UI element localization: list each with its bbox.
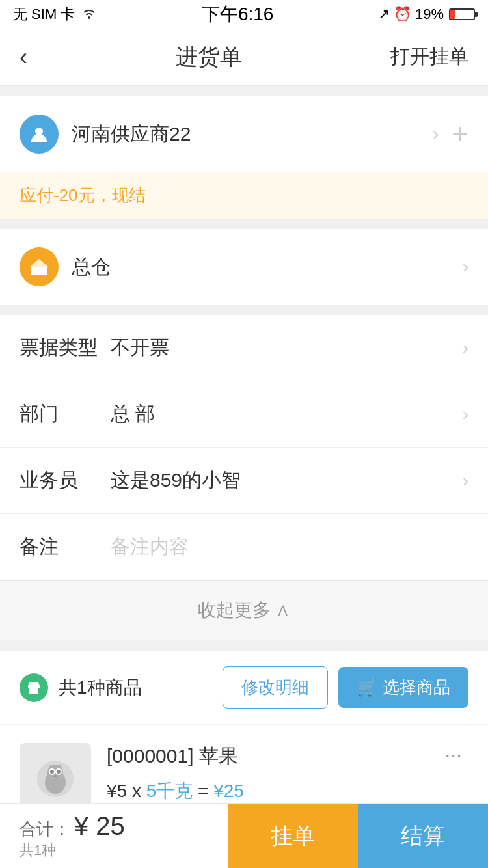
warehouse-icon [20, 247, 59, 286]
warehouse-name: 总仓 [72, 254, 456, 280]
gap-1 [0, 86, 488, 96]
status-right: ↗ ⏰ 19% [378, 6, 475, 23]
svg-marker-2 [30, 259, 48, 267]
invoice-type-value: 不开票 [98, 334, 463, 361]
select-product-icon: 🛒 [357, 677, 377, 698]
svg-point-8 [50, 770, 54, 774]
product-price: ¥5 x 5千克 = ¥25 [107, 779, 438, 804]
back-button[interactable]: ‹ [20, 44, 27, 71]
footer-total-area: 合计： ¥ 25 共1种 [0, 811, 228, 860]
battery-percent: 19% [415, 6, 444, 23]
page-title: 进货单 [176, 42, 242, 72]
invoice-type-chevron: › [463, 338, 468, 359]
add-supplier-button[interactable]: + [452, 118, 468, 150]
wifi-icon [81, 6, 97, 23]
select-product-button[interactable]: 🛒 选择商品 [338, 667, 468, 708]
product-total: ¥25 [213, 781, 244, 801]
svg-rect-1 [31, 267, 47, 275]
footer-total-label: 合计： [20, 818, 70, 841]
footer: 合计： ¥ 25 共1种 挂单 结算 [0, 803, 488, 868]
invoice-type-row[interactable]: 票据类型 不开票 › [0, 315, 488, 381]
warehouse-info: 总仓 [72, 254, 456, 280]
products-count-area: 共1种商品 [20, 673, 223, 702]
supplier-chevron: › [433, 124, 439, 144]
product-qty: 5千克 [146, 781, 193, 801]
product-more-button[interactable]: ··· [438, 743, 468, 767]
department-value: 总 部 [98, 401, 463, 427]
select-product-label: 选择商品 [383, 676, 450, 699]
product-title: 苹果 [199, 745, 238, 766]
department-label: 部门 [20, 401, 98, 427]
remarks-row[interactable]: 备注 备注内容 [0, 514, 488, 580]
status-bar: 无 SIM 卡 下午6:16 ↗ ⏰ 19% [0, 0, 488, 29]
svg-point-9 [57, 770, 61, 774]
open-pending-button[interactable]: 打开挂单 [390, 44, 468, 70]
salesman-value: 这是859的小智 [98, 467, 463, 494]
supplier-section: 河南供应商22 › + 应付-20元，现结 [0, 96, 488, 219]
footer-total-sub: 共1种 [20, 841, 208, 860]
invoice-type-label: 票据类型 [20, 334, 98, 361]
fields-section: 票据类型 不开票 › 部门 总 部 › 业务员 这是859的小智 › 备注 备注… [0, 315, 488, 580]
collapse-row[interactable]: 收起更多 ∧ [0, 580, 488, 640]
product-name: [0000001] 苹果 [107, 743, 438, 770]
remarks-label: 备注 [20, 534, 98, 560]
remarks-input[interactable]: 备注内容 [98, 534, 468, 560]
gap-3 [0, 305, 488, 315]
product-unit-price: ¥5 x [107, 781, 146, 801]
products-icon [20, 673, 48, 702]
footer-total-amount: ¥ 25 [74, 811, 125, 841]
products-count-label: 共1种商品 [59, 675, 142, 700]
supplier-info: 河南供应商22 [72, 121, 426, 148]
product-info: [0000001] 苹果 ¥5 x 5千克 = ¥25 [107, 743, 438, 804]
location-icon: ↗ [378, 6, 390, 23]
status-left: 无 SIM 卡 [13, 5, 97, 24]
product-id: [0000001] [107, 745, 199, 766]
warehouse-chevron: › [463, 256, 468, 277]
gap-2 [0, 219, 488, 229]
nav-bar: ‹ 进货单 打开挂单 [0, 29, 488, 86]
department-row[interactable]: 部门 总 部 › [0, 381, 488, 448]
alarm-icon: ⏰ [394, 6, 411, 23]
supplier-row[interactable]: 河南供应商22 › + [0, 96, 488, 172]
battery-icon [449, 8, 475, 20]
status-time: 下午6:16 [202, 2, 274, 27]
department-chevron: › [463, 404, 468, 425]
gap-4 [0, 640, 488, 651]
supplier-name: 河南供应商22 [72, 121, 426, 148]
salesman-chevron: › [463, 470, 468, 491]
settle-button[interactable]: 结算 [358, 804, 488, 868]
edit-detail-button[interactable]: 修改明细 [223, 666, 328, 709]
product-equals: = [198, 781, 213, 801]
salesman-row[interactable]: 业务员 这是859的小智 › [0, 448, 488, 514]
supplier-notice: 应付-20元，现结 [0, 172, 488, 219]
carrier-text: 无 SIM 卡 [13, 5, 75, 24]
salesman-label: 业务员 [20, 467, 98, 494]
product-default-icon [36, 759, 75, 798]
warehouse-row[interactable]: 总仓 › [0, 229, 488, 305]
pend-button[interactable]: 挂单 [228, 804, 358, 868]
warehouse-section: 总仓 › [0, 229, 488, 305]
products-header: 共1种商品 修改明细 🛒 选择商品 [0, 651, 488, 725]
supplier-icon [20, 115, 59, 154]
